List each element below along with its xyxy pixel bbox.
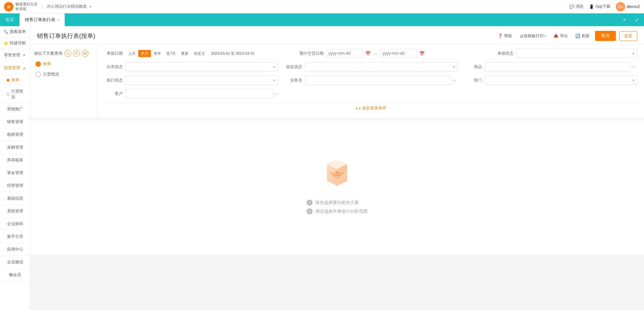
sidebar-item-basic-label: 基础信息 bbox=[7, 196, 23, 201]
status-select[interactable]: ▾ bbox=[516, 49, 637, 58]
export-label: 导出 bbox=[560, 33, 568, 39]
filter-scheme-panel: 按以下方案查询 + ✎ ≪ ✓ 按单 欠货 bbox=[30, 45, 97, 118]
content-area: 销售订单执行表(按单) ❓ 帮助 🖨 按模板打印 ▾ 📤 导出 🔄 刷新 bbox=[30, 26, 644, 310]
collapse-row: ∧∧ 收起更多条件 bbox=[104, 102, 637, 114]
tab-close-icon[interactable]: × bbox=[57, 18, 59, 22]
expected-date-end[interactable] bbox=[380, 49, 417, 58]
date-tab-this-year[interactable]: 本年 bbox=[151, 50, 164, 57]
sidebar-shortcut[interactable]: ⭐ 快捷导航 bbox=[0, 38, 30, 49]
dept-label: 部门 bbox=[463, 78, 482, 83]
date-tabs: 上月 本月 本年 近7天 更多 自定义 bbox=[125, 50, 208, 57]
sidebar-item-inventory[interactable]: 库存核算 bbox=[0, 154, 30, 167]
out-status-arrow: ▾ bbox=[273, 65, 275, 69]
scheme-item-shortage[interactable]: 欠货情况 bbox=[30, 69, 97, 80]
collapse-icon: ∧∧ bbox=[355, 106, 361, 111]
scheme-collapse-btn[interactable]: ≪ bbox=[82, 50, 89, 57]
scheme-add-btn[interactable]: + bbox=[64, 50, 71, 57]
exec-status-select[interactable]: ▾ bbox=[125, 75, 278, 85]
sidebar-item-guide[interactable]: 新手引导 bbox=[0, 230, 30, 243]
breadcrumb-dropdown-icon[interactable]: ▾ bbox=[90, 5, 91, 8]
sidebar-item-marketing-label: 营销推广 bbox=[7, 106, 23, 112]
date-end-icon[interactable]: 📅 bbox=[419, 51, 425, 56]
empty-step-1: 1 请先选择要分析的方案 bbox=[307, 200, 368, 206]
sidebar-item-inventory-label: 库存核算 bbox=[7, 157, 23, 163]
date-start-icon[interactable]: 📅 bbox=[365, 51, 371, 56]
sidebar-item-sales[interactable]: 销售管理 bbox=[0, 116, 30, 128]
sidebar-item-finance[interactable]: 资金管理 bbox=[0, 167, 30, 179]
sidebar-item-wholesale[interactable]: 批发管理 ▲ bbox=[0, 62, 30, 74]
date-tab-custom[interactable]: 自定义 bbox=[191, 50, 208, 57]
sidebar-item-member-label: 畅会员 bbox=[9, 272, 21, 278]
tab-sales-order-label: 销售订单执行表 bbox=[25, 17, 55, 23]
shortcut-icon: ⭐ bbox=[3, 41, 8, 46]
salesman-more-btn[interactable]: ··· bbox=[451, 78, 458, 83]
salesman-input[interactable] bbox=[305, 75, 451, 85]
sidebar-item-purchase[interactable]: 采购管理 bbox=[0, 141, 30, 154]
sidebar-search-label: 搜索菜单 bbox=[10, 29, 26, 35]
logo-area: 好 畅捷通好生意 标准版 bbox=[4, 2, 38, 11]
sidebar-item-retail[interactable]: 零售管理 ▼ bbox=[0, 49, 30, 62]
user-name: demo2 bbox=[627, 4, 640, 9]
app-download-label: App下载 bbox=[595, 4, 610, 9]
empty-icon bbox=[320, 161, 354, 194]
goods-more-btn[interactable]: ··· bbox=[631, 64, 637, 69]
close-window-btn[interactable]: × bbox=[620, 15, 629, 24]
sidebar-item-finance-label: 资金管理 bbox=[7, 170, 23, 176]
help-btn[interactable]: ❓ 帮助 bbox=[496, 32, 514, 40]
sidebar-item-collab[interactable]: 企业协同 bbox=[0, 218, 30, 230]
sidebar-item-basic[interactable]: 基础信息 bbox=[0, 192, 30, 205]
sidebar-item-ecommerce[interactable]: 电商管理 bbox=[0, 128, 30, 141]
sidebar-sub-item-dan[interactable]: 按单 bbox=[0, 74, 30, 86]
sidebar-item-appstore[interactable]: 应用中心 bbox=[0, 243, 30, 256]
collect-status-select[interactable]: ▾ bbox=[305, 62, 458, 71]
message-btn[interactable]: 💬 消息 bbox=[569, 4, 584, 9]
maximize-btn[interactable]: ⤢ bbox=[632, 15, 641, 24]
filter-scheme-header: 按以下方案查询 + ✎ ≪ bbox=[30, 48, 97, 59]
sidebar-search[interactable]: 🔍 搜索菜单 bbox=[0, 26, 30, 38]
refresh-icon: 🔄 bbox=[575, 34, 580, 38]
sidebar-item-wholesale-label: 批发管理 bbox=[4, 65, 20, 71]
date-tab-this-month[interactable]: 本月 bbox=[138, 50, 151, 57]
date-tab-last-month[interactable]: 上月 bbox=[125, 50, 138, 57]
refresh-btn[interactable]: 🔄 刷新 bbox=[573, 32, 592, 40]
header-left: 好 畅捷通好生意 标准版 | 办公用品行业模拟账套 ▾ bbox=[4, 2, 91, 11]
sidebar-item-system[interactable]: 系统管理 bbox=[0, 205, 30, 218]
app-download-btn[interactable]: 📱 App下载 bbox=[589, 4, 610, 9]
collect-status-label: 收款状态 bbox=[283, 64, 302, 70]
salesman-label: 业务员 bbox=[283, 78, 302, 83]
header-right: 💬 消息 📱 App下载 Ea demo2 bbox=[569, 2, 640, 11]
sidebar-item-wechat[interactable]: 企业微信 bbox=[0, 256, 30, 269]
print-btn[interactable]: 🖨 按模板打印 ▾ bbox=[518, 32, 548, 40]
goods-input[interactable] bbox=[485, 62, 631, 71]
sidebar-sub-item-shortage-label: 欠货情况 bbox=[11, 89, 26, 100]
export-btn[interactable]: 📤 导出 bbox=[551, 32, 570, 40]
customer-more-btn[interactable]: ··· bbox=[273, 91, 280, 96]
scheme-edit-btn[interactable]: ✎ bbox=[73, 50, 80, 57]
customer-input[interactable] bbox=[125, 89, 273, 98]
collapse-btn[interactable]: ∧∧ 收起更多条件 bbox=[353, 104, 389, 112]
user-area[interactable]: Ea demo2 bbox=[616, 2, 640, 11]
settings-btn[interactable]: 设置 bbox=[619, 31, 637, 41]
tab-sales-order[interactable]: 销售订单执行表 × bbox=[19, 13, 65, 26]
date-tab-more[interactable]: 更多 bbox=[178, 50, 191, 57]
date-label: 单据日期 bbox=[104, 51, 123, 56]
sidebar-item-operations[interactable]: 经营管理 bbox=[0, 179, 30, 192]
filter-row-4: 客户 ··· bbox=[104, 89, 637, 98]
query-btn[interactable]: 查询 bbox=[595, 31, 616, 41]
expected-date-start[interactable] bbox=[326, 49, 363, 58]
page-header: 销售订单执行表(按单) ❓ 帮助 🖨 按模板打印 ▾ 📤 导出 🔄 刷新 bbox=[30, 26, 644, 45]
svg-point-8 bbox=[335, 173, 336, 175]
tab-home[interactable]: 首页 bbox=[0, 13, 19, 26]
dept-select[interactable]: ▾ bbox=[485, 75, 637, 85]
sidebar-sub-item-shortage[interactable]: 欠货情况 bbox=[0, 86, 30, 103]
empty-text-list: 1 请先选择要分析的方案 2 用过滤条件来缩小分析范围 bbox=[307, 200, 368, 214]
sidebar-item-marketing[interactable]: 营销推广 bbox=[0, 103, 30, 116]
svg-point-7 bbox=[334, 171, 340, 178]
date-tab-7days[interactable]: 近7天 bbox=[164, 50, 178, 57]
sidebar-item-system-label: 系统管理 bbox=[7, 208, 23, 214]
exec-status-label: 执行状态 bbox=[104, 78, 123, 83]
sidebar-item-member[interactable]: 畅会员 bbox=[0, 269, 30, 281]
download-icon: 📱 bbox=[589, 4, 594, 9]
out-status-select[interactable]: ▾ bbox=[125, 62, 278, 71]
scheme-item-dan[interactable]: ✓ 按单 bbox=[30, 59, 97, 69]
